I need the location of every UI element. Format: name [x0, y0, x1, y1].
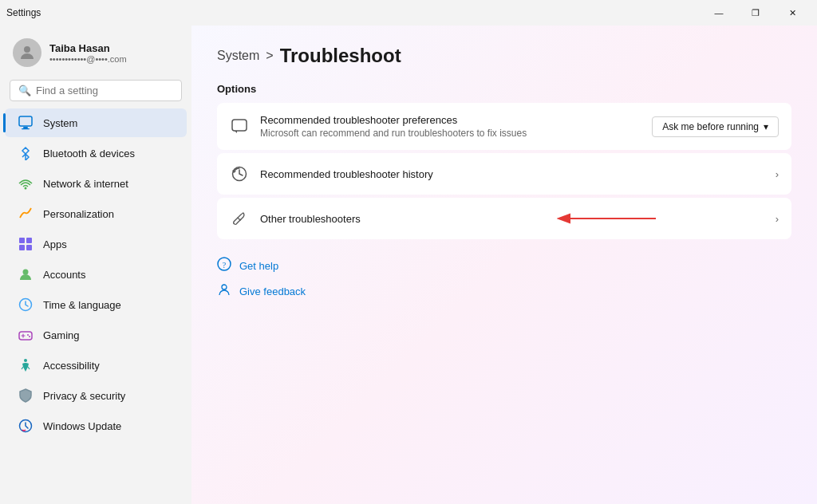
chevron-right-icon-other: ›: [776, 213, 779, 225]
sidebar-item-accessibility-label: Accessibility: [43, 360, 100, 372]
search-box[interactable]: 🔍: [10, 80, 182, 101]
sidebar-item-bluetooth-label: Bluetooth & devices: [43, 148, 135, 159]
option-title-other-troubleshooters: Other troubleshooters: [260, 213, 764, 225]
breadcrumb: System > Troubleshoot: [217, 45, 791, 67]
give-feedback-link[interactable]: Give feedback: [217, 281, 791, 301]
breadcrumb-separator: >: [266, 49, 273, 63]
sidebar-item-bluetooth[interactable]: Bluetooth & devices: [5, 139, 187, 167]
svg-rect-6: [26, 238, 32, 243]
personalization-icon: [18, 206, 34, 222]
chevron-right-icon: ›: [776, 168, 779, 180]
network-icon: [18, 175, 34, 191]
svg-point-14: [24, 359, 27, 362]
update-icon: [18, 418, 34, 434]
option-text-recommended-prefs: Recommended troubleshooter preferences M…: [260, 114, 641, 139]
window-title: Settings: [6, 7, 41, 18]
option-card-recommended-prefs: Recommended troubleshooter preferences M…: [217, 103, 791, 150]
section-label: Options: [217, 83, 791, 95]
accounts-icon: [18, 266, 34, 282]
option-card-other-troubleshooters: Other troubleshooters ›: [217, 198, 791, 239]
sidebar-item-personalization-label: Personalization: [43, 208, 114, 220]
option-text-other-troubleshooters: Other troubleshooters: [260, 213, 764, 225]
apps-icon: [18, 236, 34, 252]
svg-point-12: [27, 334, 29, 336]
svg-text:?: ?: [223, 261, 227, 270]
sidebar-item-time[interactable]: Time & language: [5, 290, 187, 319]
sidebar-item-system-label: System: [43, 117, 77, 129]
user-info: Taiba Hasan ••••••••••••@••••.com: [49, 42, 127, 64]
svg-rect-16: [232, 120, 247, 131]
app-container: Taiba Hasan ••••••••••••@••••.com 🔍 Syst…: [0, 26, 817, 504]
sidebar-item-accounts-label: Accounts: [43, 269, 85, 281]
svg-point-4: [25, 187, 27, 190]
svg-rect-5: [19, 238, 25, 243]
get-help-link[interactable]: ? Get help: [217, 255, 791, 276]
links-section: ? Get help Give feedback: [217, 255, 791, 301]
close-button[interactable]: ✕: [774, 0, 811, 26]
svg-rect-2: [23, 127, 28, 128]
privacy-icon: [18, 388, 34, 404]
sidebar: Taiba Hasan ••••••••••••@••••.com 🔍 Syst…: [0, 26, 191, 504]
svg-rect-1: [19, 116, 32, 126]
option-title-recommended-prefs: Recommended troubleshooter preferences: [260, 114, 641, 126]
minimize-button[interactable]: —: [701, 0, 737, 26]
breadcrumb-parent[interactable]: System: [217, 49, 259, 63]
sidebar-item-time-label: Time & language: [43, 299, 121, 311]
search-icon: 🔍: [18, 85, 31, 96]
svg-point-9: [23, 270, 29, 275]
title-bar: Settings — ❐ ✕: [0, 0, 817, 26]
svg-point-0: [24, 46, 30, 53]
time-icon: [18, 297, 34, 313]
preference-dropdown[interactable]: Ask me before running ▾: [652, 116, 779, 137]
option-row-recommended-prefs[interactable]: Recommended troubleshooter preferences M…: [217, 103, 791, 150]
search-input[interactable]: [36, 85, 173, 96]
sidebar-item-windows-update-label: Windows Update: [43, 420, 121, 432]
option-right-recommended-history: ›: [776, 168, 779, 180]
sidebar-item-privacy-label: Privacy & security: [43, 390, 125, 402]
preference-dropdown-label: Ask me before running: [662, 121, 759, 132]
title-bar-controls: — ❐ ✕: [701, 0, 811, 26]
title-bar-left: Settings: [6, 7, 41, 18]
wrench-icon: [230, 209, 249, 228]
bluetooth-icon: [18, 145, 34, 161]
get-help-label: Get help: [239, 260, 278, 272]
option-row-recommended-history[interactable]: Recommended troubleshooter history ›: [217, 153, 791, 195]
svg-rect-11: [19, 332, 32, 340]
sidebar-item-personalization[interactable]: Personalization: [5, 199, 187, 228]
maximize-button[interactable]: ❐: [737, 0, 774, 26]
sidebar-item-apps[interactable]: Apps: [5, 230, 187, 258]
sidebar-item-apps-label: Apps: [43, 238, 67, 250]
sidebar-item-windows-update[interactable]: Windows Update: [5, 411, 187, 440]
svg-point-13: [29, 336, 30, 337]
svg-point-21: [222, 285, 227, 289]
sidebar-item-accounts[interactable]: Accounts: [5, 260, 187, 289]
get-help-icon: ?: [217, 257, 231, 274]
option-card-recommended-history: Recommended troubleshooter history ›: [217, 153, 791, 195]
give-feedback-icon: [217, 282, 231, 300]
sidebar-item-system[interactable]: System: [5, 108, 187, 137]
user-profile[interactable]: Taiba Hasan ••••••••••••@••••.com: [0, 32, 191, 77]
option-row-other-troubleshooters[interactable]: Other troubleshooters ›: [217, 198, 791, 239]
gaming-icon: [18, 327, 34, 343]
sidebar-item-network-label: Network & internet: [43, 178, 128, 190]
svg-rect-8: [26, 245, 32, 250]
option-right-recommended-prefs: Ask me before running ▾: [652, 116, 779, 137]
sidebar-item-gaming[interactable]: Gaming: [5, 321, 187, 349]
system-icon: [18, 115, 34, 131]
sidebar-item-accessibility[interactable]: Accessibility: [5, 351, 187, 380]
accessibility-icon: [18, 357, 34, 373]
user-email: ••••••••••••@••••.com: [49, 54, 127, 64]
breadcrumb-current: Troubleshoot: [280, 45, 401, 67]
sidebar-item-privacy[interactable]: Privacy & security: [5, 381, 187, 410]
sidebar-item-network[interactable]: Network & internet: [5, 169, 187, 198]
chevron-down-icon: ▾: [764, 121, 768, 132]
svg-rect-3: [22, 128, 30, 129]
main-content: System > Troubleshoot Options Recommende…: [191, 26, 817, 504]
svg-rect-7: [19, 245, 25, 250]
sidebar-item-gaming-label: Gaming: [43, 329, 80, 341]
option-text-recommended-history: Recommended troubleshooter history: [260, 168, 764, 180]
give-feedback-label: Give feedback: [239, 285, 306, 297]
option-right-other-troubleshooters: ›: [776, 213, 779, 225]
avatar: [13, 38, 41, 67]
user-name: Taiba Hasan: [49, 42, 127, 54]
